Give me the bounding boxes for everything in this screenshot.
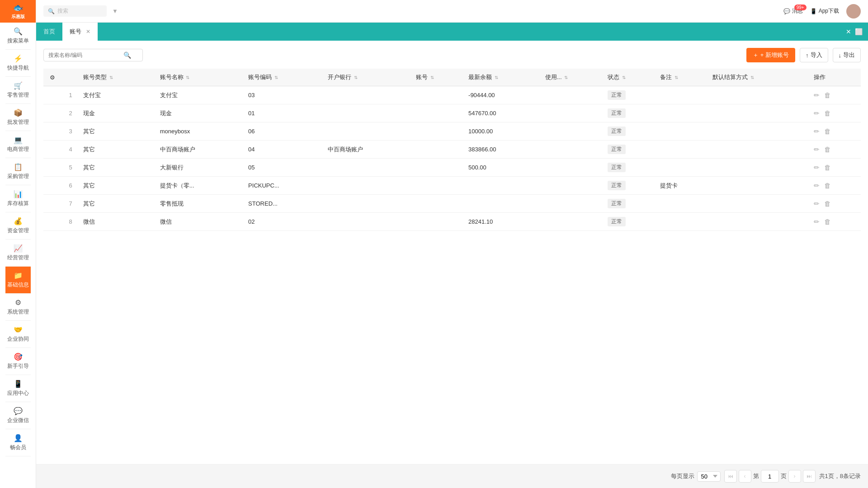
sidebar-item-finance[interactable]: 💰资金管理 [5, 212, 31, 239]
sidebar-item-wholesale[interactable]: 📦批发管理 [5, 104, 31, 131]
col-type[interactable]: 账号类型 ⇅ [80, 69, 156, 86]
export-button[interactable]: ↓ 导出 [833, 48, 861, 62]
edit-icon-4[interactable]: ✏ [814, 164, 820, 172]
delete-icon-7[interactable]: 🗑 [824, 218, 831, 225]
content-search-box[interactable]: 🔍 [43, 49, 143, 61]
sidebar-item-label: 零售管理 [7, 91, 29, 99]
delete-icon-5[interactable]: 🗑 [824, 182, 831, 189]
per-page-select[interactable]: 50 20 100 [697, 471, 721, 482]
sidebar-item-retail[interactable]: 🛒零售管理 [5, 77, 31, 104]
col-usage[interactable]: 使用... ⇅ [542, 69, 604, 86]
tab-account[interactable]: 账号 ✕ [62, 23, 98, 41]
edit-icon-2[interactable]: ✏ [814, 127, 820, 136]
tab-actions: ✕ ⬜ [840, 28, 868, 35]
row-payment-0 [709, 86, 810, 104]
page-number-input[interactable] [761, 470, 779, 483]
row-settings-5 [43, 177, 61, 195]
row-bank-6 [324, 195, 412, 213]
col-name[interactable]: 账号名称 ⇅ [156, 69, 245, 86]
content-search-icon[interactable]: 🔍 [123, 52, 131, 59]
sidebar-item-wechat[interactable]: 💬企业微信 [5, 402, 31, 429]
tab-account-close[interactable]: ✕ [86, 28, 90, 35]
page-first-btn[interactable]: ⏮ [724, 470, 737, 483]
sidebar-item-label: 快捷导航 [7, 64, 29, 72]
account-table: ⚙ 账号类型 ⇅ 账号名称 ⇅ 账号编码 ⇅ 开户银行 ⇅ 账号 ⇅ 最新余额 … [43, 69, 861, 231]
row-status-2: 正常 [604, 122, 656, 141]
topbar-message[interactable]: 💬 消息 99+ [783, 7, 803, 15]
content-search-input[interactable] [48, 52, 121, 58]
row-action-2: ✏ 🗑 [810, 122, 861, 141]
import-button[interactable]: ↑ 导入 [800, 48, 828, 62]
row-balance-2: 10000.00 [465, 122, 542, 141]
basic-icon: 📁 [7, 271, 29, 280]
sidebar-item-cooperation[interactable]: 🤝企业协同 [5, 321, 31, 348]
col-balance[interactable]: 最新余额 ⇅ [465, 69, 542, 86]
sidebar-item-label: 企业微信 [7, 417, 29, 424]
sidebar-item-search[interactable]: 🔍搜索菜单 [5, 23, 31, 50]
delete-icon-2[interactable]: 🗑 [824, 127, 831, 135]
row-remark-7 [656, 213, 709, 231]
row-payment-5 [709, 177, 810, 195]
row-settings-3 [43, 141, 61, 159]
edit-icon-1[interactable]: ✏ [814, 109, 820, 117]
row-bank-3: 中百商场账户 [324, 141, 412, 159]
row-bank-4 [324, 159, 412, 177]
row-account-0 [412, 86, 465, 104]
sidebar-item-ecommerce[interactable]: 💻电商管理 [5, 131, 31, 158]
col-code[interactable]: 账号编码 ⇅ [245, 69, 324, 86]
page-next-btn[interactable]: › [788, 470, 801, 483]
wholesale-icon: 📦 [7, 108, 29, 117]
row-balance-0: -90444.00 [465, 86, 542, 104]
sidebar-item-label: 基础信息 [7, 281, 29, 289]
sidebar-item-basic[interactable]: 📁基础信息 [5, 267, 31, 294]
delete-icon-1[interactable]: 🗑 [824, 109, 831, 117]
add-account-button[interactable]: ＋ + 新增账号 [746, 48, 795, 62]
delete-icon-4[interactable]: 🗑 [824, 164, 831, 171]
sidebar-item-member[interactable]: 👤畅会员 [5, 429, 31, 456]
sidebar-item-operations[interactable]: 📈经营管理 [5, 239, 31, 267]
sidebar-item-newguide[interactable]: 🎯新手引导 [5, 348, 31, 375]
row-account-2 [412, 122, 465, 141]
sidebar-item-inventory[interactable]: 📊库存核算 [5, 185, 31, 212]
sidebar-item-purchase[interactable]: 📋采购管理 [5, 158, 31, 185]
col-payment[interactable]: 默认结算方式 ⇅ [709, 69, 810, 86]
col-settings[interactable]: ⚙ [43, 69, 61, 86]
page-prefix-label: 第 [753, 472, 759, 480]
edit-icon-0[interactable]: ✏ [814, 91, 820, 99]
delete-icon-6[interactable]: 🗑 [824, 200, 831, 207]
edit-icon-3[interactable]: ✏ [814, 145, 820, 154]
page-last-btn[interactable]: ⏭ [803, 470, 816, 483]
edit-icon-5[interactable]: ✏ [814, 182, 820, 190]
row-account-1 [412, 104, 465, 122]
row-type-0: 支付宝 [80, 86, 156, 104]
row-num-2: 3 [61, 122, 80, 141]
row-type-5: 其它 [80, 177, 156, 195]
newguide-icon: 🎯 [7, 352, 29, 361]
edit-icon-7[interactable]: ✏ [814, 218, 820, 226]
sidebar-item-shortcut[interactable]: ⚡快捷导航 [5, 50, 31, 77]
delete-icon-0[interactable]: 🗑 [824, 91, 831, 99]
topbar-dropdown-icon[interactable]: ▼ [112, 8, 118, 14]
col-account[interactable]: 账号 ⇅ [412, 69, 465, 86]
tab-maximize-icon[interactable]: ⬜ [855, 28, 863, 35]
sidebar-item-appcenter[interactable]: 📱应用中心 [5, 375, 31, 402]
total-label: 共1页，8条记录 [819, 472, 861, 480]
col-remark[interactable]: 备注 ⇅ [656, 69, 709, 86]
topbar-app-download[interactable]: 📱 App下载 [810, 7, 839, 15]
user-avatar[interactable] [846, 4, 861, 19]
row-name-6: 零售抵现 [156, 195, 245, 213]
row-usage-7 [542, 213, 604, 231]
sidebar-item-label: 经营管理 [7, 254, 29, 262]
sidebar-item-system[interactable]: ⚙系统管理 [5, 294, 31, 321]
tab-close-icon[interactable]: ✕ [846, 28, 851, 35]
status-badge-0: 正常 [608, 90, 626, 100]
col-bank[interactable]: 开户银行 ⇅ [324, 69, 412, 86]
page-prev-btn[interactable]: ‹ [739, 470, 751, 483]
delete-icon-3[interactable]: 🗑 [824, 145, 831, 153]
topbar-search-box[interactable]: 🔍 搜索 [43, 5, 107, 17]
tab-home[interactable]: 首页 [36, 23, 62, 41]
page-navigation: ⏮ ‹ 第 页 › ⏭ [724, 470, 816, 483]
edit-icon-6[interactable]: ✏ [814, 200, 820, 208]
col-status[interactable]: 状态 ⇅ [604, 69, 656, 86]
col-action: 操作 [810, 69, 861, 86]
